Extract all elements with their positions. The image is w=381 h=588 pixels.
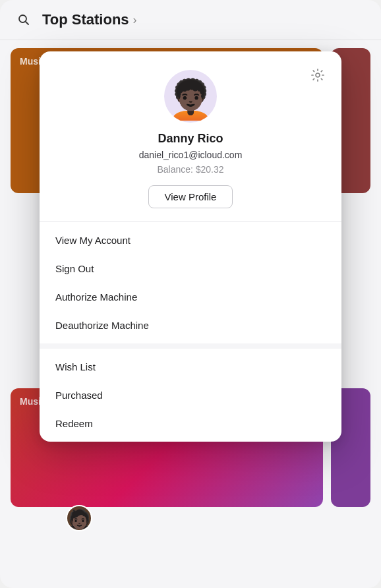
menu-item-sign-out[interactable]: Sign Out bbox=[40, 254, 341, 283]
page-title: Top Stations › bbox=[42, 11, 137, 28]
menu-item-view-account[interactable]: View My Account bbox=[40, 226, 341, 254]
user-name: Danny Rico bbox=[158, 132, 223, 146]
menu-group-2: Wish List Purchased Redeem bbox=[40, 349, 341, 442]
svg-line-1 bbox=[26, 22, 28, 24]
menu-item-purchased[interactable]: Purchased bbox=[40, 381, 341, 409]
user-email: daniel_rico1@icloud.com bbox=[139, 150, 243, 160]
menu-item-deauthorize[interactable]: Deauthorize Machine bbox=[40, 311, 341, 339]
settings-gear-button[interactable] bbox=[307, 65, 328, 86]
menu-item-redeem[interactable]: Redeem bbox=[40, 409, 341, 438]
avatar-large: 🧑🏿‍🦱 bbox=[164, 70, 217, 123]
profile-section: 🧑🏿‍🦱 Danny Rico daniel_rico1@icloud.com … bbox=[40, 51, 341, 221]
app-header: Top Stations › bbox=[0, 0, 381, 40]
title-text: Top Stations bbox=[42, 11, 129, 28]
search-icon[interactable] bbox=[13, 9, 34, 30]
chevron-right-icon: › bbox=[133, 13, 137, 27]
avatar-small[interactable]: 🧑🏿 bbox=[66, 505, 92, 531]
account-dropdown: 🧑🏿‍🦱 Danny Rico daniel_rico1@icloud.com … bbox=[40, 51, 341, 442]
menu-item-authorize[interactable]: Authorize Machine bbox=[40, 283, 341, 311]
svg-point-2 bbox=[316, 73, 320, 77]
user-balance: Balance: $20.32 bbox=[157, 164, 223, 175]
menu-item-wish-list[interactable]: Wish List bbox=[40, 353, 341, 381]
view-profile-button[interactable]: View Profile bbox=[148, 185, 233, 208]
divider-2 bbox=[40, 343, 341, 349]
menu-group-1: View My Account Sign Out Authorize Machi… bbox=[40, 222, 341, 343]
svg-point-0 bbox=[19, 15, 26, 22]
avatar-emoji: 🧑🏿‍🦱 bbox=[167, 80, 214, 119]
